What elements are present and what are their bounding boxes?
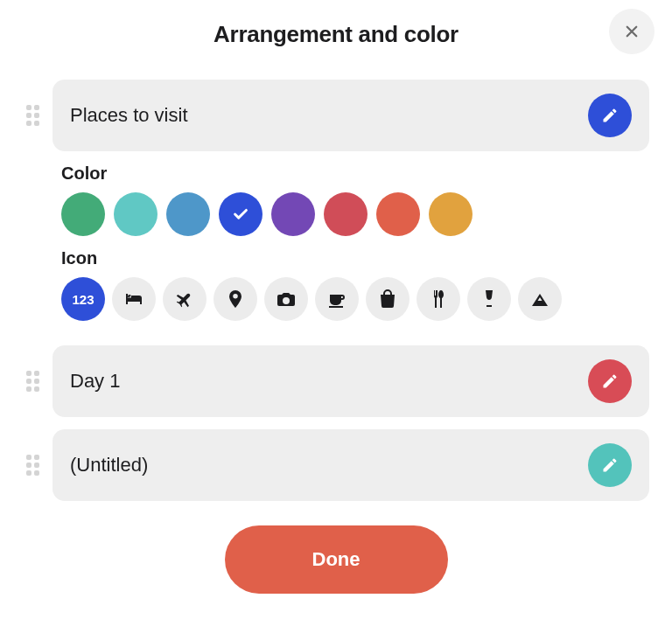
drag-handle[interactable] — [23, 371, 42, 392]
close-button[interactable] — [609, 9, 654, 54]
item-label: Places to visit — [70, 104, 188, 127]
coffee-icon — [326, 289, 347, 310]
utensils-icon — [428, 289, 449, 310]
icon-option-plane[interactable] — [163, 277, 206, 321]
color-swatch-row — [61, 192, 649, 236]
item-card: Day 1 — [52, 345, 649, 417]
number-123-icon: 123 — [72, 292, 94, 307]
bag-icon — [377, 289, 398, 310]
arrangement-dialog: Arrangement and color Places to visit Co… — [0, 0, 672, 594]
color-swatch-red[interactable] — [324, 192, 368, 236]
pencil-icon — [601, 372, 619, 390]
pencil-icon — [601, 107, 619, 124]
item-card: Places to visit — [52, 80, 649, 151]
close-icon — [624, 24, 640, 39]
edit-button[interactable] — [588, 443, 632, 487]
check-icon — [231, 205, 250, 224]
color-swatch-green[interactable] — [61, 192, 105, 236]
icon-option-glass[interactable] — [467, 277, 511, 321]
pencil-icon — [601, 456, 619, 474]
icon-option-utensils[interactable] — [416, 277, 460, 321]
plane-icon — [174, 289, 195, 310]
color-swatch-teal[interactable] — [114, 192, 158, 236]
color-swatch-orange[interactable] — [376, 192, 420, 236]
camera-icon — [276, 289, 297, 310]
icon-option-123[interactable]: 123 — [61, 277, 105, 321]
icon-option-camera[interactable] — [264, 277, 308, 321]
dialog-header: Arrangement and color — [23, 21, 649, 48]
dialog-title: Arrangement and color — [214, 21, 458, 48]
color-swatch-amber[interactable] — [429, 192, 472, 236]
icon-option-coffee[interactable] — [315, 277, 359, 321]
icon-option-pin[interactable] — [214, 277, 257, 321]
glass-icon — [479, 289, 500, 310]
footer: Done — [23, 525, 649, 594]
list-item: (Untitled) — [23, 429, 649, 501]
mountain-icon — [529, 289, 550, 310]
edit-button[interactable] — [588, 94, 632, 137]
done-button[interactable]: Done — [225, 525, 448, 594]
item-card: (Untitled) — [52, 429, 649, 501]
drag-handle[interactable] — [23, 105, 42, 126]
icon-section-label: Icon — [61, 248, 649, 268]
color-section-label: Color — [61, 163, 649, 184]
icon-option-mountain[interactable] — [518, 277, 562, 321]
pin-icon — [225, 289, 246, 310]
icon-option-bag[interactable] — [366, 277, 410, 321]
color-swatch-lightblue[interactable] — [166, 192, 210, 236]
drag-handle[interactable] — [23, 455, 42, 476]
icon-row: 123 — [61, 277, 649, 321]
list-item: Places to visit — [23, 80, 649, 151]
bed-icon — [123, 289, 144, 310]
color-swatch-purple[interactable] — [271, 192, 315, 236]
item-label: (Untitled) — [70, 454, 148, 477]
color-swatch-blue[interactable] — [219, 192, 262, 236]
icon-option-bed[interactable] — [112, 277, 156, 321]
edit-button[interactable] — [588, 359, 632, 403]
item-label: Day 1 — [70, 370, 120, 393]
list-item: Day 1 — [23, 345, 649, 417]
